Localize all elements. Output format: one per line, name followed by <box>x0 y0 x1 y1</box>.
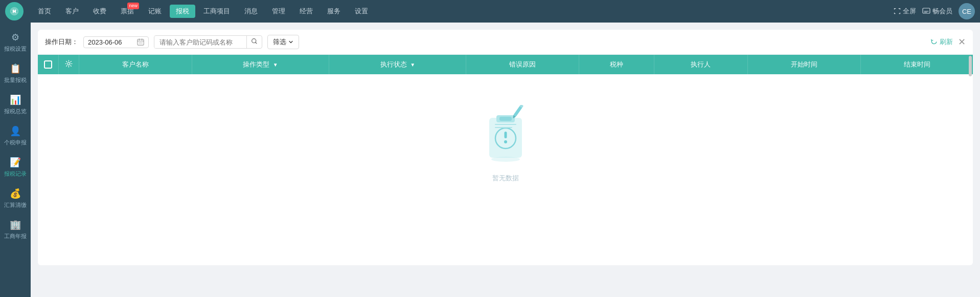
sidebar-item-个税申报[interactable]: 👤个税申报 <box>1 121 30 151</box>
date-label: 操作日期： <box>45 37 78 47</box>
table-header: 客户名称 操作类型 ▼ 执行状态 ▼ 错误原因 <box>38 55 973 74</box>
nav-item-消息[interactable]: 消息 <box>238 5 264 18</box>
th-error-reason: 错误原因 <box>466 55 579 74</box>
th-operation-type-label: 操作类型 <box>243 60 269 68</box>
refresh-label: 刷新 <box>940 37 953 47</box>
member-label: 畅会员 <box>932 7 952 16</box>
sidebar-icon-1: 📋 <box>10 63 21 74</box>
sidebar-item-label: 汇算清缴 <box>4 201 27 209</box>
date-input-wrapper[interactable] <box>83 36 149 48</box>
th-exec-status-label: 执行状态 <box>380 60 407 68</box>
close-button[interactable]: ✕ <box>958 37 966 47</box>
sidebar: ⚙报税设置📋批量报税📊报税总览👤个税申报📝报税记录💰汇算清缴🏢工商年报 <box>0 23 31 297</box>
calendar-icon <box>137 38 144 46</box>
nav-menu: 首页客户收费票据new记账报税工商项目消息管理经营服务设置 <box>32 5 894 18</box>
nav-item-管理[interactable]: 管理 <box>266 5 291 18</box>
sidebar-item-工商年报[interactable]: 🏢工商年报 <box>1 215 30 244</box>
nav-right: 全屏 畅会员 CE <box>894 3 975 19</box>
svg-point-19 <box>491 157 520 162</box>
nav-item-经营[interactable]: 经营 <box>293 5 319 18</box>
sidebar-item-报税设置[interactable]: ⚙报税设置 <box>1 28 30 57</box>
svg-rect-14 <box>513 106 522 117</box>
avatar-text: CE <box>962 8 971 15</box>
sidebar-icon-4: 📝 <box>10 157 21 168</box>
nav-item-设置[interactable]: 设置 <box>349 5 374 18</box>
fullscreen-icon <box>894 8 901 15</box>
sidebar-icon-5: 💰 <box>10 188 21 199</box>
sidebar-icon-6: 🏢 <box>10 219 21 230</box>
nav-item-收费[interactable]: 收费 <box>87 5 112 18</box>
sort-arrow-status: ▼ <box>410 62 415 68</box>
sidebar-item-报税记录[interactable]: 📝报税记录 <box>1 153 30 182</box>
th-start-time-label: 开始时间 <box>791 60 817 68</box>
sidebar-item-批量报税[interactable]: 📋批量报税 <box>1 59 30 88</box>
th-operation-type[interactable]: 操作类型 ▼ <box>192 55 329 74</box>
sidebar-item-label: 报税记录 <box>4 170 27 178</box>
th-end-time-label: 结束时间 <box>904 60 930 68</box>
nav-item-记账[interactable]: 记账 <box>142 5 168 18</box>
nav-item-客户[interactable]: 客户 <box>59 5 85 18</box>
empty-illustration <box>475 105 536 166</box>
member-icon <box>922 7 930 15</box>
sidebar-icon-2: 📊 <box>10 94 21 105</box>
nav-item-首页[interactable]: 首页 <box>32 5 57 18</box>
refresh-icon <box>930 38 938 46</box>
refresh-button[interactable]: 刷新 <box>930 37 953 47</box>
sidebar-item-label: 报税总览 <box>4 108 27 115</box>
svg-point-6 <box>67 62 70 65</box>
sort-arrow-operation: ▼ <box>273 62 278 68</box>
app-logo[interactable] <box>5 2 24 20</box>
select-all-checkbox[interactable] <box>44 60 52 69</box>
nav-item-票据[interactable]: 票据new <box>115 5 140 18</box>
th-settings <box>59 55 79 74</box>
sidebar-item-label: 报税设置 <box>4 45 27 53</box>
svg-point-3 <box>140 43 141 44</box>
th-customer-name: 客户名称 <box>79 55 192 74</box>
th-tax-type: 税种 <box>579 55 654 74</box>
avatar[interactable]: CE <box>959 3 975 19</box>
content-panel: 操作日期： <box>38 30 973 265</box>
sidebar-icon-3: 👤 <box>10 125 21 137</box>
th-checkbox <box>38 55 59 74</box>
svg-point-2 <box>139 43 140 44</box>
nav-item-报税[interactable]: 报税 <box>170 5 195 18</box>
th-start-time: 开始时间 <box>748 55 861 74</box>
member-button[interactable]: 畅会员 <box>922 7 952 16</box>
chevron-down-icon <box>288 39 293 45</box>
main-content: 操作日期： <box>31 23 980 297</box>
empty-state: 暂无数据 <box>38 74 973 203</box>
filter-button[interactable]: 筛选 <box>267 35 299 49</box>
top-navigation: 首页客户收费票据new记账报税工商项目消息管理经营服务设置 全屏 畅会员 CE <box>0 0 980 23</box>
svg-rect-10 <box>499 117 512 121</box>
svg-point-4 <box>142 43 143 44</box>
sidebar-item-汇算清缴[interactable]: 💰汇算清缴 <box>1 184 30 213</box>
search-icon <box>251 38 258 45</box>
filter-label: 筛选 <box>273 37 286 47</box>
nav-item-工商项目[interactable]: 工商项目 <box>197 5 236 18</box>
table-wrapper: 客户名称 操作类型 ▼ 执行状态 ▼ 错误原因 <box>38 55 973 203</box>
th-error-reason-label: 错误原因 <box>509 60 536 68</box>
panel-toolbar: 操作日期： <box>38 30 973 55</box>
th-exec-status[interactable]: 执行状态 ▼ <box>329 55 466 74</box>
search-input[interactable] <box>154 36 246 48</box>
sidebar-item-label: 工商年报 <box>4 232 27 240</box>
data-table: 客户名称 操作类型 ▼ 执行状态 ▼ 错误原因 <box>38 55 973 203</box>
fullscreen-button[interactable]: 全屏 <box>894 7 916 16</box>
date-input[interactable] <box>88 38 134 46</box>
fullscreen-label: 全屏 <box>903 7 916 16</box>
nav-item-服务[interactable]: 服务 <box>321 5 347 18</box>
settings-icon[interactable] <box>65 60 73 68</box>
sidebar-icon-0: ⚙ <box>11 32 19 43</box>
svg-point-13 <box>504 140 507 143</box>
table-body: 暂无数据 <box>38 74 973 203</box>
badge-new: new <box>127 3 139 9</box>
sidebar-item-报税总览[interactable]: 📊报税总览 <box>1 90 30 119</box>
search-button[interactable] <box>246 36 262 48</box>
empty-text: 暂无数据 <box>492 174 519 183</box>
th-end-time: 结束时间 <box>861 55 973 74</box>
th-executor: 执行人 <box>654 55 748 74</box>
search-wrapper <box>154 35 262 49</box>
sidebar-item-label: 个税申报 <box>4 139 27 146</box>
th-tax-type-label: 税种 <box>610 60 623 68</box>
scrollbar-thumb[interactable] <box>969 56 972 76</box>
